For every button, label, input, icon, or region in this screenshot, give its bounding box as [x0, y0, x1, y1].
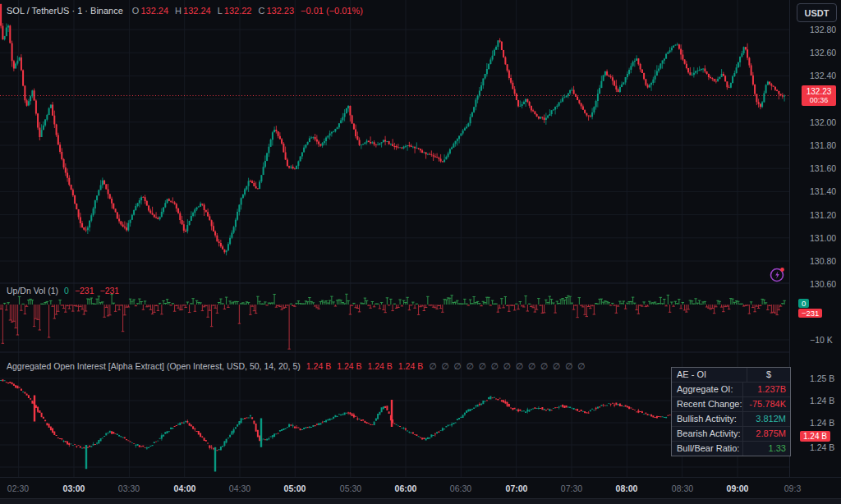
oi-value-2: 1.24 B [337, 361, 361, 371]
time-axis-label: 04:30 [229, 483, 250, 493]
oi-value-3: 1.24 B [368, 361, 393, 371]
price-axis-label: 130.60 [810, 279, 836, 289]
time-axis-label: 08:00 [616, 483, 638, 493]
time-axis-label: 07:00 [506, 483, 528, 493]
oi-value-1: 1.24 B [306, 361, 331, 371]
oi-legend: Aggregated Open Interest [Alpha Extract]… [7, 361, 585, 371]
volume-legend: Up/Dn Vol (1) 0 −231 −231 [7, 286, 119, 296]
time-axis-label: 06:30 [450, 483, 471, 493]
current-price-badge: 132.23 00:36 [802, 85, 836, 106]
price-axis-label: 131.80 [810, 140, 836, 150]
price-axis-label: 131.20 [810, 210, 836, 220]
oi-axis-label: 1.25 B [810, 373, 834, 383]
oi-axis-label: 1.24 B [810, 442, 834, 452]
time-axis-label: 03:00 [63, 483, 85, 493]
price-axis-label: 131.00 [810, 233, 836, 243]
price-scale[interactable]: USDT 132.23 00:36 0 −231 1.24 B 132.8013… [789, 0, 841, 477]
price-axis-label: 132.60 [810, 48, 836, 57]
time-axis-label: 05:00 [284, 483, 306, 493]
time-axis[interactable]: 02:3003:0003:3004:0004:3005:0005:3006:00… [0, 477, 841, 499]
window-bottom-edge [0, 498, 841, 504]
price-change: −0.01 (−0.01%) [301, 6, 363, 16]
time-axis-label: 07:30 [561, 483, 582, 493]
time-axis-label: 08:30 [672, 483, 693, 493]
price-axis-label: 132.80 [810, 25, 836, 34]
open-value: O132.24 [132, 6, 168, 16]
oi-empty-values: ∅ ∅ ∅ ∅ ∅ ∅ ∅ ∅ ∅ ∅ ∅ ∅ ∅ [429, 361, 585, 371]
volume-down-value: −231 [75, 286, 94, 296]
current-price: 132.23 [807, 87, 832, 96]
time-axis-label: 06:00 [395, 483, 417, 493]
trading-chart-window: SOL / TetherUS · 1 · Binance O132.24 H13… [0, 0, 841, 504]
high-value: H132.24 [175, 6, 211, 16]
symbol-title[interactable]: SOL / TetherUS · 1 · Binance [7, 6, 123, 16]
oi-panel-row-bullish: Bullish Activity: 3.812M [672, 411, 790, 426]
time-axis-label: 09:3 [784, 483, 801, 493]
low-value: L132.22 [218, 6, 252, 16]
currency-toggle-button[interactable]: USDT [797, 3, 837, 22]
price-axis-label: 131.60 [810, 163, 836, 173]
bar-countdown: 00:36 [810, 96, 829, 105]
time-axis-label: 02:30 [7, 483, 29, 493]
oi-axis-label: 1.24 B [810, 396, 834, 405]
price-axis-label: 132.00 [810, 117, 836, 127]
ohlc-values: O132.24 H132.24 L132.22 C132.23 −0.01 (−… [132, 6, 363, 16]
oi-panel-header: AE - OI Aggregator $ [672, 368, 790, 382]
volume-axis-label: −10 K [810, 335, 833, 345]
volume-up-value: 0 [64, 286, 69, 296]
symbol-legend: SOL / TetherUS · 1 · Binance O132.24 H13… [7, 6, 363, 16]
volume-total-value: −231 [100, 286, 120, 296]
oi-aggregator-panel: AE - OI Aggregator $ Aggregate OI: 1.237… [671, 367, 791, 456]
boost-icon[interactable] [769, 265, 787, 283]
oi-axis-label: 1.24 B [810, 418, 834, 428]
volume-up-badge: 0 [798, 299, 809, 308]
time-axis-label: 04:00 [174, 483, 196, 493]
oi-panel-row-change: Recent Change: -75.784K [672, 396, 790, 411]
price-axis-label: 132.40 [810, 71, 836, 80]
oi-current-badge: 1.24 B [800, 431, 830, 442]
oi-panel-row-aggregate: Aggregate OI: 1.237B [672, 382, 790, 396]
price-axis-label: 131.40 [810, 186, 836, 196]
volume-down-badge: −231 [798, 309, 822, 318]
time-axis-label: 05:30 [340, 483, 361, 493]
time-axis-label: 09:00 [727, 483, 749, 493]
oi-indicator-title[interactable]: Aggregated Open Interest [Alpha Extract]… [7, 361, 301, 371]
price-axis-label: 130.80 [810, 256, 836, 266]
oi-value-4: 1.24 B [398, 361, 423, 371]
oi-panel-row-bearish: Bearish Activity: 2.875M [672, 426, 790, 441]
oi-panel-row-ratio: Bull/Bear Ratio: 1.33 [672, 441, 790, 456]
close-value: C132.23 [258, 6, 294, 16]
time-axis-label: 03:30 [118, 483, 140, 493]
volume-indicator-title[interactable]: Up/Dn Vol (1) [7, 286, 58, 296]
